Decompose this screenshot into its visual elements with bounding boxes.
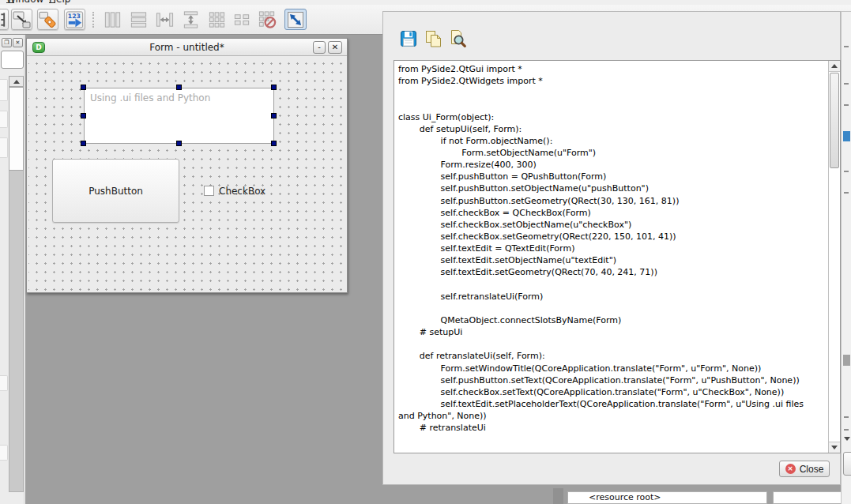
panel-edge-mark bbox=[844, 416, 849, 418]
dock-float-button[interactable]: ❐ bbox=[2, 38, 12, 47]
selection-handle-bottom-right[interactable] bbox=[271, 141, 277, 146]
designer-form-icon: D bbox=[32, 42, 45, 53]
svg-text:123: 123 bbox=[68, 13, 81, 20]
combo-arrow-icon bbox=[844, 441, 850, 452]
adjust-size-icon bbox=[285, 9, 306, 30]
code-line: from PySide2.QtWidgets import * bbox=[398, 75, 828, 87]
generated-code-view[interactable]: from PySide2.QtGui import *from PySide2.… bbox=[393, 60, 841, 453]
widget-box-item[interactable] bbox=[0, 137, 8, 158]
scroll-up-button[interactable] bbox=[829, 61, 840, 72]
toolbar-button-splitter-horizontal[interactable] bbox=[154, 9, 175, 30]
code-line bbox=[398, 303, 828, 314]
copy-button[interactable] bbox=[422, 28, 444, 50]
toolbar-button-edit-buddies[interactable] bbox=[37, 9, 58, 30]
code-line: self.textEdit.setObjectName(u"textEdit") bbox=[398, 254, 828, 266]
code-line: self.retranslateUi(Form) bbox=[398, 291, 828, 303]
toolbar-button-layout-horizontal[interactable] bbox=[102, 9, 123, 30]
widget-box-item[interactable] bbox=[0, 79, 8, 101]
property-panel-edge bbox=[841, 11, 851, 504]
edit-signals-slots-icon bbox=[12, 9, 32, 29]
code-scrollbar[interactable] bbox=[828, 61, 840, 453]
menu-help-accel bbox=[49, 2, 55, 3]
code-line: self.checkBox.setObjectName(u"checkBox") bbox=[398, 219, 828, 231]
resource-browser-list[interactable]: <resource root> bbox=[567, 491, 767, 504]
checkbox-label: CheckBox bbox=[219, 186, 265, 197]
form-editor-window: Form - untitled* D - ✕ Using .ui files a… bbox=[26, 38, 348, 293]
code-line: class Ui_Form(object): bbox=[398, 111, 828, 123]
partial-button[interactable] bbox=[843, 452, 851, 476]
textedit-widget[interactable]: Using .ui files and Python bbox=[84, 88, 274, 144]
checkbox-indicator[interactable] bbox=[204, 186, 214, 196]
code-line: self.textEdit.setPlaceholderText(QCoreAp… bbox=[398, 398, 828, 410]
code-line: self.textEdit = QTextEdit(Form) bbox=[398, 243, 828, 254]
panel-edge-mark bbox=[844, 429, 849, 431]
selection-handle-top-left[interactable] bbox=[81, 85, 86, 90]
pushbutton-widget[interactable]: PushButton bbox=[52, 159, 179, 223]
code-line: self.checkBox.setGeometry(QRect(220, 150… bbox=[398, 231, 828, 243]
toolbar-button-layout-vertical[interactable] bbox=[128, 9, 149, 30]
form-minimize-button[interactable]: - bbox=[313, 41, 326, 54]
code-line: self.pushButton.setObjectName(u"pushButt… bbox=[398, 182, 828, 194]
dock-close-button[interactable]: ✕ bbox=[13, 38, 23, 47]
toolbar-button-edit-widgets[interactable] bbox=[0, 9, 9, 30]
toolbar-button-adjust-size[interactable] bbox=[284, 9, 307, 30]
toolbar-button-splitter-vertical[interactable] bbox=[180, 9, 201, 30]
copy-icon bbox=[424, 30, 442, 48]
selection-handle-bottom-center[interactable] bbox=[176, 141, 182, 146]
panel-edge-mark bbox=[844, 83, 849, 85]
code-line: # setupUi bbox=[398, 326, 828, 338]
widget-box-panel: ❐ ✕ bbox=[0, 35, 24, 504]
background-scroll-block bbox=[553, 488, 563, 504]
selection-handle-middle-left[interactable] bbox=[81, 113, 86, 118]
scroll-down-button[interactable] bbox=[829, 442, 840, 453]
toolbar-button-edit-signals-slots[interactable] bbox=[11, 9, 32, 30]
panel-edge-mark bbox=[844, 171, 849, 172]
form-window-titlebar[interactable]: Form - untitled* D - ✕ bbox=[27, 39, 347, 56]
code-line: Form.setWindowTitle(QCoreApplication.tra… bbox=[398, 363, 828, 374]
textedit-placeholder: Using .ui files and Python bbox=[85, 88, 273, 107]
save-button[interactable] bbox=[397, 28, 420, 50]
toolbar-button-layout-form[interactable] bbox=[232, 9, 253, 30]
edit-buddies-icon bbox=[38, 9, 58, 30]
widget-box-scroll-up-button[interactable] bbox=[9, 76, 24, 87]
code-line: Form.setObjectName(u"Form") bbox=[398, 147, 828, 159]
code-line: if not Form.objectName(): bbox=[398, 135, 828, 147]
code-line: # retranslateUi bbox=[398, 422, 828, 434]
panel-edge-selection-mark bbox=[843, 131, 850, 141]
code-line bbox=[398, 279, 828, 291]
panel-edge-mark bbox=[844, 46, 849, 47]
widget-box-item[interactable] bbox=[0, 111, 8, 128]
resource-root-item[interactable]: <resource root> bbox=[568, 492, 661, 503]
layout-form-icon bbox=[232, 9, 252, 30]
edit-widgets-icon bbox=[0, 9, 8, 30]
menu-window-accel bbox=[6, 2, 14, 3]
code-scrollbar-thumb[interactable] bbox=[830, 73, 839, 168]
splitter-horizontal-icon bbox=[155, 9, 175, 30]
code-line: self.pushButton.setGeometry(QRect(30, 13… bbox=[398, 195, 828, 207]
selection-handle-bottom-left[interactable] bbox=[81, 141, 86, 146]
selection-handle-top-center[interactable] bbox=[176, 85, 182, 90]
close-button-label: Close bbox=[800, 464, 824, 475]
widget-box-item[interactable] bbox=[0, 375, 8, 391]
panel-edge-gray-mark bbox=[843, 355, 850, 366]
panel-edge-mark bbox=[844, 104, 849, 106]
selection-handle-middle-right[interactable] bbox=[271, 113, 277, 118]
checkbox-widget[interactable]: CheckBox bbox=[202, 175, 282, 207]
widget-box-scrollbar-thumb[interactable] bbox=[9, 87, 24, 171]
toolbar-button-edit-tab-order[interactable]: 123 bbox=[64, 9, 85, 30]
find-button[interactable] bbox=[446, 28, 469, 50]
form-canvas[interactable]: Using .ui files and Python PushButton Ch… bbox=[28, 56, 345, 291]
code-lines: from PySide2.QtGui import *from PySide2.… bbox=[394, 61, 828, 453]
toolbar-button-layout-grid[interactable] bbox=[206, 9, 228, 30]
form-close-button[interactable]: ✕ bbox=[328, 41, 342, 54]
selection-handle-top-right[interactable] bbox=[271, 85, 277, 90]
widget-filter-input[interactable] bbox=[1, 51, 24, 69]
arrow-up-icon bbox=[13, 80, 20, 84]
code-line: and Python", None)) bbox=[398, 410, 828, 422]
code-line bbox=[398, 338, 828, 350]
widget-box-item[interactable] bbox=[0, 445, 8, 461]
close-button[interactable]: ✕ Close bbox=[779, 461, 830, 477]
resource-browser-list-2[interactable] bbox=[773, 491, 851, 504]
toolbar-button-break-layout[interactable] bbox=[257, 9, 278, 30]
code-line: self.checkBox = QCheckBox(Form) bbox=[398, 207, 828, 219]
